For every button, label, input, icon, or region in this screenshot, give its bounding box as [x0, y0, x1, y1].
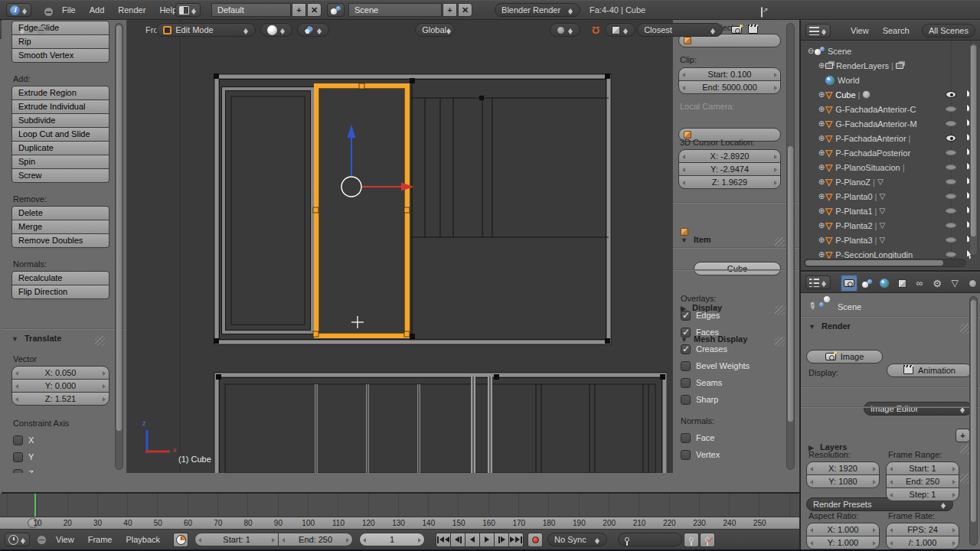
render-panel-header[interactable]: ▼ Render	[808, 321, 972, 331]
restrict-eye-cell[interactable]	[942, 145, 960, 160]
slider-left-arrow[interactable]	[682, 86, 685, 90]
outliner-item-p-planosituacion[interactable]: ⊕▽P-PlanoSituacion|	[801, 160, 980, 174]
restrict-eye-cell[interactable]	[942, 189, 960, 204]
tool-button-subdivide[interactable]: Subdivide	[11, 113, 109, 128]
tool-button-smooth-vertex[interactable]: Smooth Vertex	[11, 48, 109, 63]
timeline-tracks[interactable]	[0, 494, 799, 517]
outliner-item-cube[interactable]: ⊕▽Cube|	[801, 87, 980, 102]
restrict-eye-cell[interactable]	[942, 131, 960, 145]
add-scene-button[interactable]: +	[443, 3, 457, 17]
properties-scrollbar[interactable]	[969, 296, 978, 546]
overlay-bevel-weights[interactable]	[681, 361, 691, 371]
frame-range-slider-2[interactable]: Step: 1	[886, 487, 959, 501]
slider-left-arrow[interactable]	[15, 371, 18, 376]
cursor-slider-1[interactable]: Y: -2.9474	[678, 162, 781, 176]
frame-end-slider[interactable]: End: 250	[278, 533, 353, 546]
eye-icon[interactable]	[946, 150, 956, 155]
use-preview-range-button[interactable]	[173, 533, 188, 547]
pin-icon[interactable]: ✎	[806, 299, 819, 312]
resolution-slider-0[interactable]: X: 1920	[806, 461, 880, 475]
slider-right-arrow[interactable]	[873, 480, 876, 484]
screen-layout-field[interactable]: Default	[211, 3, 291, 17]
slider-left-arrow[interactable]	[682, 73, 685, 77]
add-preset-button[interactable]: +	[956, 429, 970, 442]
restrict-eye-cell[interactable]	[942, 102, 960, 116]
outliner-item-p-fachadaanterior[interactable]: ⊕▽P-FachadaAnterior|	[801, 131, 980, 145]
scene-field[interactable]: Scene	[348, 3, 442, 17]
slider-left-arrow[interactable]	[890, 493, 893, 497]
delete-layout-button[interactable]: ✕	[307, 3, 322, 17]
eye-icon[interactable]	[946, 237, 956, 243]
slider-right-arrow[interactable]	[952, 528, 956, 533]
restrict-eye-cell[interactable]	[942, 174, 960, 189]
expand-toggle-icon[interactable]: ⊕	[818, 192, 825, 201]
tool-button-loop-cut-and-slide[interactable]: Loop Cut and Slide	[11, 127, 109, 142]
panel-drag-corner[interactable]	[775, 337, 785, 347]
editor-type-button-timeline[interactable]	[5, 533, 30, 546]
slider-right-arrow[interactable]	[952, 480, 956, 484]
frame-rate-slider-0[interactable]: FPS: 24	[886, 523, 959, 536]
play-reverse-button[interactable]	[465, 533, 480, 547]
panel-drag-corner[interactable]	[95, 336, 105, 346]
frame-range-slider-0[interactable]: Start: 1	[886, 461, 959, 475]
restrict-eye-cell[interactable]	[942, 233, 960, 247]
tool-button-edge-slide[interactable]: Edge Slide	[11, 21, 109, 35]
expand-toggle-icon[interactable]: ⊕	[818, 105, 825, 113]
delete-keyframe-button[interactable]	[700, 533, 715, 547]
expand-toggle-icon[interactable]: ⊕	[818, 148, 825, 157]
tool-button-extrude-individual[interactable]: Extrude Individual	[11, 99, 109, 114]
translate-panel-header[interactable]: ▼ Translate	[11, 334, 119, 343]
slider-right-arrow[interactable]	[103, 397, 106, 402]
snap-element-dropdown[interactable]	[605, 23, 635, 37]
slider-left-arrow[interactable]	[810, 528, 813, 533]
viewport-shading-dropdown[interactable]	[260, 23, 292, 37]
constraint-axis-z[interactable]	[13, 469, 23, 474]
overlay-seams[interactable]	[681, 378, 691, 388]
jump-to-start-button[interactable]	[436, 533, 451, 547]
render-image-button[interactable]: Image	[806, 350, 883, 364]
aspect-slider-1[interactable]: Y: 1.000	[806, 536, 880, 549]
delete-scene-button[interactable]: ✕	[458, 3, 472, 17]
slider-right-arrow[interactable]	[873, 541, 876, 546]
eye-icon[interactable]	[946, 223, 956, 228]
tab-object[interactable]	[893, 275, 910, 292]
scrollbar-thumb[interactable]	[788, 146, 793, 422]
restrict-eye-cell[interactable]	[942, 218, 960, 233]
outliner-filter-dropdown[interactable]: All Scenes	[922, 24, 975, 37]
render-engine-dropdown[interactable]: Blender Render	[495, 3, 580, 17]
overlay-edges[interactable]	[681, 311, 691, 321]
outliner-item-p-planta0[interactable]: ⊕▽P-Planta0|▽	[801, 189, 980, 204]
vector-slider-0[interactable]: X: 0.050	[11, 366, 109, 380]
eye-icon[interactable]	[946, 106, 956, 112]
prev-keyframe-button[interactable]	[450, 533, 466, 547]
expand-toggle-icon[interactable]: ⊕	[818, 178, 825, 186]
tool-button-spin[interactable]: Spin	[11, 155, 109, 169]
clip-slider-0[interactable]: Start: 0.100	[678, 67, 781, 81]
slider-right-arrow[interactable]	[952, 541, 956, 546]
slider-right-arrow[interactable]	[873, 467, 876, 471]
tab-data[interactable]: ▽	[946, 275, 963, 292]
current-frame-field[interactable]: 1	[359, 533, 425, 546]
collapse-menus-icon[interactable]	[37, 26, 45, 34]
eye-icon[interactable]	[946, 179, 956, 184]
expand-toggle-icon[interactable]: ⊕	[818, 250, 825, 259]
record-button[interactable]	[528, 533, 543, 547]
frame-start-slider[interactable]: Start: 1	[194, 533, 279, 546]
menu-view[interactable]: View	[49, 530, 81, 549]
tab-scene[interactable]	[858, 275, 875, 292]
tab-constraints[interactable]: ∞	[911, 275, 928, 292]
slider-left-arrow[interactable]	[810, 467, 813, 471]
slider-left-arrow[interactable]	[890, 467, 893, 471]
panel-drag-corner[interactable]	[775, 237, 785, 247]
item-name-field[interactable]: Cube	[694, 262, 781, 276]
tool-button-delete[interactable]: Delete	[11, 206, 109, 220]
slider-right-arrow[interactable]	[873, 528, 876, 533]
slider-left-arrow[interactable]	[15, 384, 18, 389]
overlay-sharp[interactable]	[681, 395, 691, 405]
play-button[interactable]	[479, 533, 495, 547]
tab-world[interactable]	[876, 275, 893, 292]
editor-type-button-info[interactable]: i	[6, 3, 31, 17]
frame-range-slider-1[interactable]: End: 250	[886, 474, 959, 488]
overlay-faces[interactable]	[681, 328, 691, 337]
expand-toggle-icon[interactable]: ⊕	[818, 61, 825, 70]
